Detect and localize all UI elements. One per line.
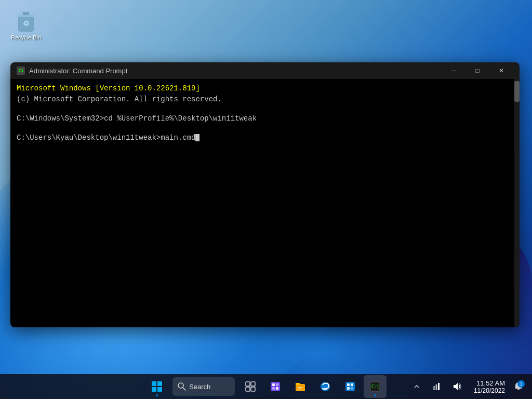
cmd-window-title: Administrator: Command Prompt — [29, 67, 442, 75]
cmd-scrollbar[interactable] — [514, 79, 520, 327]
cmd-line-2: (c) Microsoft Corporation. All rights re… — [17, 94, 513, 105]
network-icon — [432, 382, 441, 391]
svg-rect-27 — [347, 383, 350, 386]
task-view-icon — [245, 381, 256, 392]
cmd-line-3 — [17, 105, 513, 113]
search-button[interactable]: Search — [172, 377, 235, 396]
svg-rect-18 — [276, 387, 278, 390]
svg-rect-15 — [272, 383, 275, 386]
terminal-active-dot — [374, 394, 376, 396]
svg-rect-2 — [23, 12, 29, 15]
tray-expand-button[interactable] — [409, 378, 424, 395]
svg-rect-16 — [276, 383, 278, 386]
svg-marker-36 — [454, 383, 458, 390]
svg-rect-1 — [18, 15, 34, 17]
cmd-app-icon: C\ — [17, 66, 25, 75]
clock-date: 11/20/2022 — [474, 387, 505, 394]
svg-rect-21 — [296, 383, 300, 385]
notification-button[interactable]: 1 — [509, 377, 528, 396]
svg-rect-17 — [272, 387, 275, 390]
search-icon — [178, 382, 186, 391]
cursor — [195, 134, 200, 141]
taskbar: Search — [0, 374, 532, 399]
svg-rect-12 — [246, 387, 250, 391]
recycle-bin-icon[interactable]: ♻ Recycle Bin — [5, 5, 47, 43]
start-button[interactable] — [145, 375, 168, 398]
clock-time: 11:52 AM — [476, 379, 505, 387]
terminal-icon: C:\ — [369, 381, 381, 392]
volume-button[interactable] — [449, 378, 466, 395]
svg-rect-6 — [152, 387, 156, 392]
window-controls: ─ □ ✕ — [442, 62, 513, 79]
task-view-button[interactable] — [239, 375, 262, 398]
cmd-line-6: C:\Users\Kyau\Desktop\win11tweak>main.cm… — [17, 132, 513, 143]
edge-browser-button[interactable] — [314, 375, 337, 398]
network-button[interactable] — [428, 378, 445, 395]
svg-line-9 — [183, 388, 185, 390]
svg-rect-10 — [246, 382, 250, 386]
svg-rect-23 — [298, 387, 303, 388]
svg-text:C:\: C:\ — [371, 384, 379, 389]
cmd-line-1: Microsoft Windows [Version 10.0.22621.81… — [17, 83, 513, 94]
svg-text:♻: ♻ — [23, 19, 30, 28]
recycle-bin-label: Recycle Bin — [11, 34, 41, 41]
widgets-button[interactable] — [264, 375, 287, 398]
cmd-window[interactable]: C\ Administrator: Command Prompt ─ □ ✕ M… — [10, 62, 520, 327]
desktop: ♻ Recycle Bin C\ Administrator: Command … — [0, 0, 532, 399]
widgets-icon — [270, 381, 281, 392]
notification-badge: 1 — [517, 380, 525, 388]
close-button[interactable]: ✕ — [489, 62, 513, 79]
svg-rect-7 — [157, 387, 162, 392]
clock[interactable]: 11:52 AM 11/20/2022 — [470, 379, 509, 394]
file-explorer-button[interactable] — [289, 375, 312, 398]
svg-rect-14 — [271, 382, 280, 391]
recycle-bin-image: ♻ — [14, 7, 38, 32]
svg-rect-30 — [351, 387, 353, 390]
tray-icons — [405, 378, 470, 395]
svg-rect-22 — [296, 385, 305, 391]
svg-rect-11 — [251, 382, 255, 386]
cmd-line-5 — [17, 124, 513, 132]
cmd-content: Microsoft Windows [Version 10.0.22621.81… — [10, 79, 520, 327]
cmd-line-4: C:\Windows\System32>cd %UserProfile%\Des… — [17, 113, 513, 124]
windows-icon — [151, 381, 163, 392]
chevron-up-icon — [414, 383, 420, 390]
cmd-titlebar: C\ Administrator: Command Prompt ─ □ ✕ — [10, 62, 520, 79]
maximize-button[interactable]: □ — [466, 62, 489, 79]
cmd-scrollbar-thumb[interactable] — [514, 81, 520, 102]
svg-rect-4 — [152, 381, 156, 386]
store-button[interactable] — [339, 375, 362, 398]
system-tray: 11:52 AM 11/20/2022 1 — [405, 374, 532, 399]
file-explorer-icon — [295, 381, 306, 392]
svg-rect-37 — [517, 389, 520, 390]
store-icon — [344, 381, 356, 392]
svg-rect-28 — [351, 383, 353, 386]
svg-rect-13 — [251, 387, 255, 391]
svg-rect-33 — [433, 386, 435, 390]
start-active-dot — [156, 394, 158, 396]
volume-icon — [453, 382, 462, 391]
svg-rect-26 — [345, 382, 355, 391]
svg-rect-5 — [157, 381, 162, 386]
taskbar-center: Search — [145, 375, 387, 398]
svg-rect-24 — [298, 389, 301, 390]
terminal-button[interactable]: C:\ — [364, 375, 387, 398]
svg-rect-34 — [435, 384, 437, 390]
svg-rect-29 — [347, 387, 350, 390]
edge-icon — [320, 381, 331, 392]
svg-rect-35 — [438, 383, 440, 390]
search-label: Search — [189, 383, 210, 391]
minimize-button[interactable]: ─ — [442, 62, 466, 79]
